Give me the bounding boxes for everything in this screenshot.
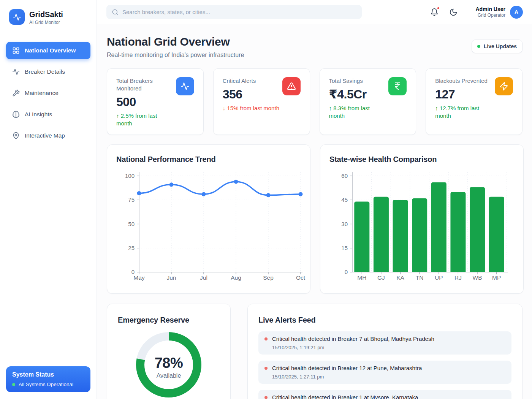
svg-text:KA: KA — [396, 274, 404, 281]
stat-card-total-breakers: Total Breakers Monitored 500 ↑ 2.5% from… — [107, 68, 204, 135]
performance-trend-card: National Performance Trend 0255075100May… — [107, 144, 310, 294]
live-alerts-card: Live Alerts Feed Critical health detecte… — [247, 304, 522, 399]
sidebar-item-label: National Overview — [25, 47, 76, 54]
stat-label: Total Breakers Monitored — [116, 77, 173, 92]
alert-message: Critical health detected in Breaker 7 at… — [272, 335, 434, 343]
search-input[interactable] — [122, 9, 356, 15]
alert-timestamp: 15/10/2025, 1:27:11 pm — [272, 374, 422, 380]
stat-change: ↓ 15% from last month — [223, 104, 280, 112]
stat-value: 500 — [116, 95, 194, 109]
alert-message: Critical health detected in Breaker 12 a… — [272, 364, 422, 372]
sidebar-item-label: AI Insights — [25, 111, 52, 118]
system-status-title: System Status — [12, 371, 84, 378]
stat-card-total-savings: Total Savings ₹4.5Cr ↑ 8.3% from last mo… — [320, 68, 416, 135]
sidebar-item-national-overview[interactable]: National Overview — [6, 42, 90, 59]
brand-header: GridSakti AI Grid Monitor — [0, 0, 97, 34]
dark-mode-toggle[interactable] — [447, 6, 460, 19]
svg-text:Oct: Oct — [296, 274, 306, 281]
sidebar-item-breaker-details[interactable]: Breaker Details — [6, 63, 90, 81]
stat-label: Blackouts Prevented — [435, 77, 492, 85]
alert-red-dot — [264, 396, 268, 399]
live-green-dot — [477, 45, 480, 48]
notifications-button[interactable] — [428, 6, 441, 19]
sidebar-item-interactive-map[interactable]: Interactive Map — [6, 127, 90, 144]
system-status-text: All Systems Operational — [19, 382, 73, 387]
user-block: Admin User Grid Operator — [475, 6, 505, 18]
map-pin-icon — [12, 132, 20, 139]
stats-row: Total Breakers Monitored 500 ↑ 2.5% from… — [107, 68, 522, 135]
svg-text:UP: UP — [435, 274, 443, 281]
svg-text:MH: MH — [357, 274, 366, 281]
alert-timestamp: 15/10/2025, 1:19:21 pm — [272, 345, 434, 351]
alert-red-dot — [264, 367, 268, 370]
svg-text:100: 100 — [125, 173, 135, 179]
status-green-dot — [12, 383, 15, 386]
alert-triangle-icon — [282, 77, 301, 95]
alert-list-item[interactable]: Critical health detected in Breaker 1 at… — [258, 390, 511, 399]
activity-icon — [176, 77, 194, 95]
alert-red-dot — [264, 337, 268, 340]
main-content: National Grid Overview Real-time monitor… — [97, 24, 532, 399]
state-health-card: State-wise Health Comparison 015304560MH… — [320, 144, 524, 294]
reserve-title: Emergency Reserve — [118, 315, 220, 325]
sidebar-item-ai-insights[interactable]: AI Insights — [6, 106, 90, 123]
svg-text:Sep: Sep — [263, 274, 274, 281]
search-box — [106, 5, 362, 19]
alert-list-item[interactable]: Critical health detected in Breaker 7 at… — [258, 331, 511, 355]
page-title: National Grid Overview — [107, 35, 244, 49]
emergency-reserve-card: Emergency Reserve 78% Available — [107, 304, 231, 399]
state-health-bar-chart: 015304560MHGJKATNUPRJWBMP — [329, 169, 514, 289]
user-role: Grid Operator — [475, 13, 505, 18]
stat-card-critical-alerts: Critical Alerts 356 ↓ 15% from last mont… — [213, 68, 310, 135]
brand-name: GridSakti — [29, 10, 63, 19]
svg-text:Jun: Jun — [167, 274, 176, 281]
sidebar-item-label: Interactive Map — [25, 132, 65, 139]
page-subtitle: Real-time monitoring of India's power in… — [107, 52, 244, 59]
svg-text:0: 0 — [345, 269, 348, 275]
brand-logo — [9, 9, 25, 25]
svg-text:WB: WB — [473, 274, 482, 281]
bar-chart-title: State-wise Health Comparison — [329, 154, 514, 165]
stat-change: ↑ 8.3% from last month — [329, 104, 387, 120]
alert-message: Critical health detected in Breaker 1 at… — [272, 394, 418, 399]
zap-icon — [495, 77, 513, 95]
notification-badge-dot — [437, 6, 440, 10]
svg-text:May: May — [133, 274, 145, 281]
sidebar-item-maintenance[interactable]: Maintenance — [6, 84, 90, 102]
svg-text:Aug: Aug — [231, 274, 241, 281]
topbar: Admin User Grid Operator A — [97, 0, 532, 24]
performance-line-chart: 0255075100MayJunJulAugSepOct — [116, 169, 301, 289]
stat-card-blackouts-prevented: Blackouts Prevented 127 ↑ 12.7% from las… — [426, 68, 522, 135]
svg-text:30: 30 — [341, 221, 348, 227]
svg-text:GJ: GJ — [377, 274, 385, 281]
sidebar-item-label: Maintenance — [25, 90, 59, 97]
avatar[interactable]: A — [510, 6, 523, 19]
line-chart-title: National Performance Trend — [116, 154, 301, 165]
activity-logo-icon — [13, 13, 21, 21]
activity-icon — [12, 68, 20, 76]
user-name: Admin User — [475, 6, 505, 12]
svg-text:15: 15 — [341, 245, 348, 251]
svg-text:MP: MP — [492, 274, 501, 281]
svg-text:60: 60 — [341, 173, 348, 179]
svg-text:TN: TN — [416, 274, 424, 281]
svg-text:25: 25 — [128, 245, 135, 251]
svg-text:50: 50 — [128, 221, 135, 227]
alert-list-item[interactable]: Critical health detected in Breaker 12 a… — [258, 361, 511, 384]
reserve-donut-chart: 78% Available — [131, 327, 207, 399]
svg-text:Jul: Jul — [200, 274, 207, 281]
live-updates-label: Live Updates — [484, 43, 517, 49]
sidebar-item-label: Breaker Details — [25, 68, 65, 75]
indian-rupee-icon — [388, 77, 407, 95]
live-updates-badge[interactable]: Live Updates — [472, 40, 522, 53]
stat-label: Critical Alerts — [223, 77, 280, 85]
svg-text:75: 75 — [128, 196, 135, 203]
moon-icon — [449, 8, 458, 16]
sidebar: GridSakti AI Grid Monitor National Overv… — [0, 0, 97, 399]
reserve-percent: 78% — [131, 355, 207, 371]
sidebar-nav: National Overview Breaker Details Mainte… — [0, 34, 97, 366]
stat-label: Total Savings — [329, 77, 386, 85]
alerts-title: Live Alerts Feed — [258, 315, 511, 325]
stat-change: ↑ 2.5% from last month — [116, 112, 174, 127]
brain-icon — [12, 111, 20, 118]
